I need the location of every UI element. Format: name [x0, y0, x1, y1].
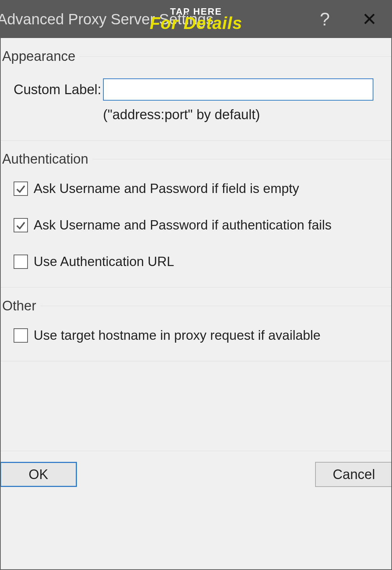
auth-option-use-url[interactable]: Use Authentication URL: [1, 254, 391, 269]
section-authentication: Authentication Ask Username and Password…: [1, 141, 391, 288]
custom-label-input[interactable]: [103, 78, 373, 101]
auth-option-ask-empty-label: Ask Username and Password if field is em…: [34, 181, 299, 196]
custom-label-hint: ("address:port" by default): [103, 107, 391, 122]
check-icon: [15, 219, 26, 231]
checkbox-ask-fail[interactable]: [14, 218, 28, 232]
button-bar: OK Cancel: [1, 451, 391, 498]
section-header-appearance: Appearance: [1, 49, 80, 64]
checkbox-use-url[interactable]: [14, 255, 28, 269]
cancel-button[interactable]: Cancel: [315, 462, 391, 487]
auth-option-ask-empty[interactable]: Ask Username and Password if field is em…: [1, 181, 391, 196]
dialog-content: Appearance Custom Label: ("address:port"…: [1, 38, 391, 569]
section-appearance: Appearance Custom Label: ("address:port"…: [1, 38, 391, 141]
close-icon[interactable]: ✕: [362, 10, 377, 28]
other-option-target-hostname[interactable]: Use target hostname in proxy request if …: [1, 328, 391, 343]
auth-option-use-url-label: Use Authentication URL: [34, 254, 174, 269]
section-header-authentication: Authentication: [1, 151, 93, 167]
help-icon[interactable]: ?: [320, 9, 330, 30]
checkbox-target-hostname[interactable]: [14, 328, 28, 343]
custom-label-label: Custom Label:: [14, 82, 103, 97]
auth-option-ask-fail-label: Ask Username and Password if authenticat…: [34, 218, 332, 233]
other-option-target-hostname-label: Use target hostname in proxy request if …: [34, 328, 320, 343]
auth-option-ask-fail[interactable]: Ask Username and Password if authenticat…: [1, 218, 391, 233]
dialog-window: Advanced Proxy Server Settings TAP HERE …: [0, 0, 392, 570]
promo-overlay[interactable]: TAP HERE For Details: [150, 7, 242, 32]
check-icon: [15, 183, 26, 194]
titlebar: Advanced Proxy Server Settings TAP HERE …: [1, 1, 391, 38]
ok-button[interactable]: OK: [1, 462, 77, 487]
promo-line2: For Details: [150, 15, 242, 32]
section-header-other: Other: [1, 298, 40, 314]
section-other: Other Use target hostname in proxy reque…: [1, 288, 391, 361]
checkbox-ask-empty[interactable]: [14, 182, 28, 196]
